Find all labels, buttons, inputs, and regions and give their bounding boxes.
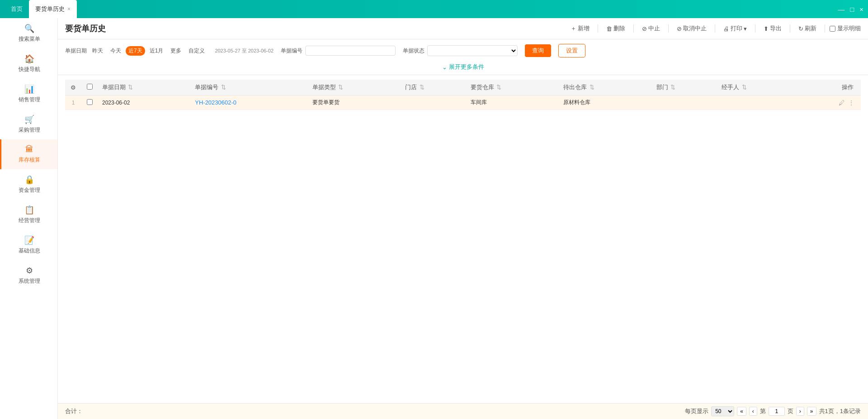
col-store[interactable]: 门店 ⇅ [401,80,466,95]
row-pending-warehouse: 原材料仓库 [559,95,651,110]
sort-store-icon: ⇅ [420,84,425,90]
col-handler[interactable]: 经手人 ⇅ [717,80,796,95]
row-edit-icon[interactable]: 🖊 [839,99,845,106]
shortcut-yesterday[interactable]: 昨天 [90,46,106,56]
print-dropdown-icon: ▾ [744,25,747,32]
first-page-btn[interactable]: « [737,407,746,416]
sort-docno-icon: ⇅ [221,84,226,90]
quick-nav-icon: 🏠 [24,54,34,64]
export-button[interactable]: ⬆ 导出 [760,23,785,34]
display-detail-checkbox[interactable] [830,26,835,32]
table-area: ⚙ 单据日期 ⇅ 单据编号 ⇅ [58,75,868,403]
row-docno[interactable]: YH-20230602-0 [190,95,308,110]
row-checkbox-cell[interactable] [81,95,98,110]
col-docno[interactable]: 单据编号 ⇅ [190,80,308,95]
status-filter-select[interactable] [427,45,518,56]
settings-button[interactable]: 设置 [558,44,585,57]
sidebar-item-finance-mgmt[interactable]: 🔒 资金管理 [0,169,57,200]
col-date[interactable]: 单据日期 ⇅ [98,80,190,95]
shortcut-today[interactable]: 今天 [108,46,124,56]
export-icon: ⬆ [764,25,769,32]
sidebar-item-inventory[interactable]: 🏛 库存核算 [0,139,57,169]
sidebar-item-quick-nav[interactable]: 🏠 快捷导航 [0,48,57,79]
select-all-checkbox[interactable] [87,84,93,90]
col-pending-warehouse[interactable]: 待出仓库 ⇅ [559,80,651,95]
close-window-icon[interactable]: × [859,5,863,13]
table-header-row: ⚙ 单据日期 ⇅ 单据编号 ⇅ [65,80,861,95]
toolbar-separator-4 [715,24,715,33]
refresh-button[interactable]: ↻ 刷新 [795,23,820,34]
prev-page-btn[interactable]: ‹ [749,407,757,416]
table-row[interactable]: 1 2023-06-02 YH-20230602-0 要货单要货 车间库 原材料… [65,95,861,110]
minimize-icon[interactable]: — [838,5,844,13]
shortcut-7days[interactable]: 近7天 [126,46,145,56]
new-icon: ＋ [571,24,576,33]
col-req-warehouse[interactable]: 要货仓库 ⇅ [466,80,559,95]
row-doctype: 要货单要货 [308,95,401,110]
expand-more-icon: ⌄ [442,64,447,71]
page-header: 要货单历史 ＋ 新增 🗑 删除 ⊘ 中止 ⊘ 取消中止 🖨 [58,18,868,39]
print-button[interactable]: 🖨 打印 ▾ [720,23,750,34]
stop-button[interactable]: ⊘ 中止 [638,23,664,34]
query-button[interactable]: 查询 [525,44,551,57]
page-title: 要货单历史 [65,23,563,34]
sidebar-item-ops-mgmt[interactable]: 📋 经营管理 [0,200,57,230]
sidebar-item-sys-mgmt[interactable]: ⚙ 系统管理 [0,260,57,290]
row-handler [717,95,796,110]
col-settings[interactable]: ⚙ [65,80,81,95]
last-page-btn[interactable]: » [807,407,816,416]
status-filter-group: 单据状态 [403,45,518,56]
per-page-label: 每页显示 [685,407,708,415]
content-area: 要货单历史 ＋ 新增 🗑 删除 ⊘ 中止 ⊘ 取消中止 🖨 [58,18,868,419]
next-page-btn[interactable]: › [796,407,804,416]
shortcut-1month[interactable]: 近1月 [147,46,166,56]
sort-handler-icon: ⇅ [742,84,747,90]
docno-filter-input[interactable] [305,46,396,56]
sidebar: 🔍 搜索菜单 🏠 快捷导航 📊 销售管理 🛒 采购管理 🏛 库存核算 🔒 资金管… [0,18,58,419]
stop-icon: ⊘ [642,25,647,32]
expand-more-btn[interactable]: ⌄ 展开更多条件 [65,61,861,75]
docno-filter-group: 单据编号 [281,46,396,56]
page-prefix-label: 第 [760,407,766,415]
tab-home[interactable]: 首页 [5,0,29,18]
ops-mgmt-icon: 📋 [24,205,34,215]
sidebar-item-sales-mgmt[interactable]: 📊 销售管理 [0,79,57,109]
sidebar-item-search-menu[interactable]: 🔍 搜索菜单 [0,18,57,48]
date-filter-label: 单据日期 [65,47,87,55]
toolbar-separator-7 [825,24,825,33]
col-action: 操作 [796,80,861,95]
per-page-select[interactable]: 50 100 200 [711,406,734,416]
delete-button[interactable]: 🗑 删除 [603,23,629,34]
sort-doctype-icon: ⇅ [338,84,343,90]
new-button[interactable]: ＋ 新增 [567,23,593,34]
col-dept[interactable]: 部门 ⇅ [652,80,717,95]
page-suffix-label: 页 [788,407,793,415]
row-no: 1 [65,95,81,110]
inventory-icon: 🏛 [25,145,33,154]
sidebar-item-basic-info[interactable]: 📝 基础信息 [0,230,57,260]
toolbar-separator-5 [755,24,755,33]
filter-row-1: 单据日期 昨天 今天 近7天 近1月 更多 自定义 2023-05-27 至 2… [65,44,861,57]
shortcut-more[interactable]: 更多 [168,46,184,56]
print-icon: 🖨 [723,25,729,32]
row-checkbox[interactable] [87,99,93,105]
tab-requisition-history[interactable]: 要货单历史 × [29,0,77,18]
col-checkbox[interactable] [81,80,98,95]
topbar: 首页 要货单历史 × — □ × [0,0,868,18]
tab-close-icon[interactable]: × [67,6,71,12]
sys-mgmt-icon: ⚙ [26,266,33,276]
delete-icon: 🗑 [606,25,612,32]
row-more-icon[interactable]: ⋮ [848,99,854,106]
row-docno-link[interactable]: YH-20230602-0 [195,99,236,106]
col-doctype[interactable]: 单据类型 ⇅ [308,80,401,95]
table-footer: 合计： 每页显示 50 100 200 « ‹ 第 页 › » 共1页，1条记录 [58,403,868,419]
display-detail-checkbox-label[interactable]: 显示明细 [830,24,861,33]
settings-col-icon: ⚙ [71,84,76,91]
cancel-stop-button[interactable]: ⊘ 取消中止 [673,23,710,34]
search-menu-icon: 🔍 [24,24,34,33]
status-filter-label: 单据状态 [403,47,425,55]
sidebar-item-purchase-mgmt[interactable]: 🛒 采购管理 [0,109,57,139]
maximize-icon[interactable]: □ [850,5,854,13]
page-number-input[interactable] [769,407,785,416]
shortcut-custom[interactable]: 自定义 [186,46,208,56]
